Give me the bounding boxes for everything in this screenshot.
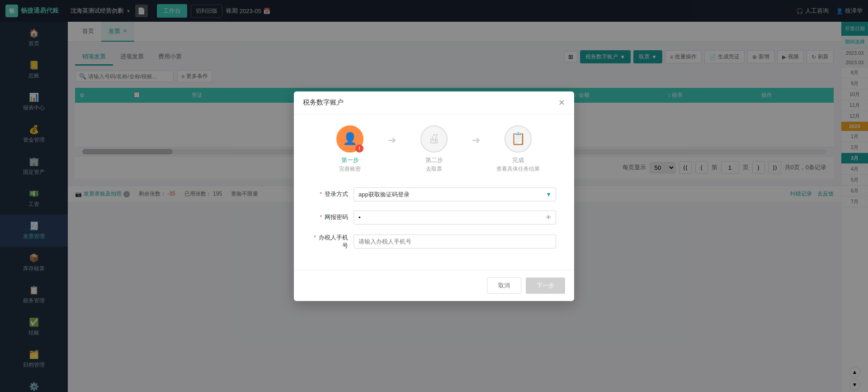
- password-row: * 网报密码 👁: [312, 210, 556, 225]
- modal-title: 税务数字账户: [303, 98, 344, 107]
- tax-digital-modal: 税务数字账户 ✕ 👤 ! 第一步 完善账密 ➔: [294, 91, 574, 301]
- taxpayer-phone-row: * 办税人手机号: [312, 234, 556, 250]
- step-3-sublabel: 查看具体任务结果: [496, 165, 540, 173]
- taxpayer-phone-label: * 办税人手机号: [312, 234, 348, 250]
- required-mark-2: *: [320, 214, 322, 220]
- modal-body: 👤 ! 第一步 完善账密 ➔ 🖨 第二步 去取票 ➔: [294, 115, 574, 270]
- password-wrapper: 👁: [354, 210, 556, 225]
- step-1-person-icon: 👤: [343, 132, 357, 146]
- step-2-sublabel: 去取票: [426, 165, 442, 173]
- login-method-select[interactable]: app获取验证码登录 密码登录: [354, 187, 556, 201]
- taxpayer-phone-input[interactable]: [354, 234, 556, 249]
- modal-footer: 取消 下一步: [294, 270, 574, 301]
- eye-icon[interactable]: 👁: [546, 214, 552, 221]
- arrow-2-3: ➔: [472, 125, 480, 146]
- step-1-icon: 👤 !: [336, 125, 363, 153]
- step-2-label: 第二步: [425, 156, 443, 164]
- arrow-1-2: ➔: [388, 125, 396, 146]
- step-3-label: 完成: [512, 156, 524, 164]
- login-method-label: * 登录方式: [312, 190, 348, 198]
- next-button[interactable]: 下一步: [526, 277, 565, 294]
- step-1-sublabel: 完善账密: [339, 165, 361, 173]
- step-1-error-badge: !: [355, 144, 363, 153]
- login-method-row: * 登录方式 app获取验证码登录 密码登录 ▼: [312, 187, 556, 201]
- step-3-clipboard-icon: 📋: [511, 132, 525, 146]
- password-label: * 网报密码: [312, 213, 348, 221]
- password-input[interactable]: [354, 210, 556, 225]
- modal-close-button[interactable]: ✕: [558, 98, 565, 108]
- login-method-select-wrapper: app获取验证码登录 密码登录 ▼: [354, 187, 556, 201]
- required-mark-3: *: [314, 234, 316, 241]
- step-3-icon: 📋: [505, 125, 532, 153]
- step-1-label: 第一步: [341, 156, 359, 164]
- step-2-printer-icon: 🖨: [428, 132, 440, 146]
- step-2-icon: 🖨: [420, 125, 448, 153]
- steps-container: 👤 ! 第一步 完善账密 ➔ 🖨 第二步 去取票 ➔: [312, 125, 556, 173]
- cancel-button[interactable]: 取消: [487, 277, 521, 294]
- step-1: 👤 ! 第一步 完善账密: [312, 125, 388, 173]
- step-2: 🖨 第二步 去取票: [396, 125, 472, 173]
- modal-overlay: 税务数字账户 ✕ 👤 ! 第一步 完善账密 ➔: [0, 0, 868, 392]
- modal-header: 税务数字账户 ✕: [294, 91, 574, 115]
- required-mark: *: [320, 191, 322, 197]
- step-3: 📋 完成 查看具体任务结果: [480, 125, 556, 173]
